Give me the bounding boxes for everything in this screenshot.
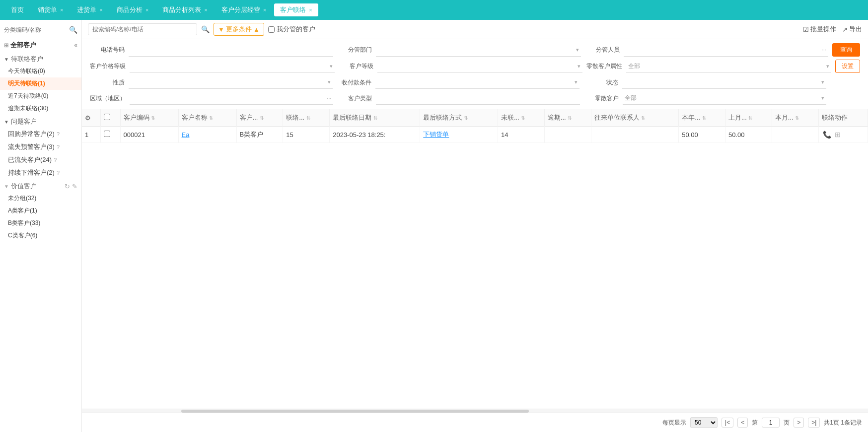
sidebar-item-overdue[interactable]: 逾期未联络(30) xyxy=(0,102,81,115)
nav-customer-tier-close-icon[interactable]: × xyxy=(263,7,266,13)
filter-customer-tier-input[interactable] xyxy=(377,60,582,73)
filter-manager-input[interactable] xyxy=(624,44,828,57)
settings-button[interactable]: 设置 xyxy=(835,60,860,73)
more-conditions-btn[interactable]: ▼ 更多条件 ▲ xyxy=(214,23,264,36)
filter-nature-input[interactable] xyxy=(129,76,333,89)
sidebar-search-wrap: 🔍 xyxy=(0,24,81,36)
select-all-checkbox[interactable] xyxy=(104,114,110,120)
col-uncontacted[interactable]: 未联... ⇅ xyxy=(498,109,544,127)
my-customers-checkbox-wrap[interactable]: 我分管的客户 xyxy=(268,25,315,34)
nav-sales[interactable]: 销货单 × xyxy=(32,3,69,16)
edit-icon[interactable]: ✎ xyxy=(72,183,77,190)
filter-label-customer-tier: 客户等级 xyxy=(339,62,373,71)
row-select-checkbox[interactable] xyxy=(104,131,110,137)
sort-icon-month: ⇅ xyxy=(795,115,799,121)
filter-status-input[interactable] xyxy=(622,76,826,89)
nav-customer-tier[interactable]: 客户分层经营 × xyxy=(216,3,272,16)
nav-sales-close-icon[interactable]: × xyxy=(60,7,63,13)
col-contact-person[interactable]: 往来单位联系人 ⇅ xyxy=(591,109,679,127)
info-icon2: ? xyxy=(57,144,60,150)
table-footer: 每页显示 50 100 200 |< < 第 页 > >| 共1页 1条记录 xyxy=(82,413,868,432)
sidebar-value-section: ▼ 价值客户 ↻ ✎ xyxy=(0,179,81,192)
refresh-icon[interactable]: ↻ xyxy=(65,183,70,190)
horizontal-scrollbar[interactable] xyxy=(82,409,868,413)
sidebar-item-tomorrow[interactable]: 明天待联络(1) xyxy=(0,77,81,90)
nav-product-analysis[interactable]: 商品分析 × xyxy=(111,3,154,16)
sort-icon-uncontacted: ⇅ xyxy=(521,115,525,121)
row-last-method[interactable]: 下销货单 xyxy=(420,127,498,143)
row-name[interactable]: Ea xyxy=(178,127,236,143)
nav-product-analysis-list[interactable]: 商品分析列表 × xyxy=(156,3,213,16)
scrollbar-thumb[interactable] xyxy=(181,410,529,413)
last-page-btn[interactable]: >| xyxy=(808,418,820,428)
sidebar-item-churn-warning[interactable]: 流失预警客户(3) ? xyxy=(0,141,81,153)
filter-region-input[interactable] xyxy=(130,92,333,105)
search-input[interactable] xyxy=(88,23,197,35)
col-last-date[interactable]: 最后联络日期 ⇅ xyxy=(330,109,420,127)
sidebar-item-today[interactable]: 今天待联络(0) xyxy=(0,65,81,77)
col-settings[interactable]: ⚙ xyxy=(82,109,100,127)
content-area: 🔍 ▼ 更多条件 ▲ 我分管的客户 ☑ 批量操作 ↗ 导出 xyxy=(82,20,868,432)
nav-customer-contact-close-icon[interactable]: × xyxy=(309,7,312,13)
collapse-icon[interactable]: « xyxy=(74,42,77,49)
more-action-icon[interactable]: ⊞ xyxy=(835,131,841,139)
my-customers-checkbox[interactable] xyxy=(268,26,275,33)
contact-icon[interactable]: 📞 xyxy=(823,131,831,139)
filter-customer-type-input[interactable] xyxy=(376,92,579,105)
col-last-method[interactable]: 最后联络方式 ⇅ xyxy=(420,109,498,127)
sidebar-item-class-c[interactable]: C类客户(6) xyxy=(0,229,81,242)
sidebar-item-declining[interactable]: 持续下滑客户(2) ? xyxy=(0,166,81,179)
info-icon: ? xyxy=(57,131,60,137)
sidebar-item-churned[interactable]: 已流失客户(24) ? xyxy=(0,153,81,166)
next-page-btn[interactable]: > xyxy=(794,418,804,428)
sidebar-all-customers[interactable]: ⊞ 全部客户 « xyxy=(0,38,81,52)
row-this-month xyxy=(772,127,818,143)
first-page-btn[interactable]: |< xyxy=(722,418,733,428)
sidebar-item-class-a[interactable]: A类客户(1) xyxy=(0,205,81,217)
nav-purchase-close-icon[interactable]: × xyxy=(99,7,102,13)
triangle-icon: ▼ xyxy=(4,57,9,62)
col-code[interactable]: 客户编码 ⇅ xyxy=(120,109,178,127)
col-last-month[interactable]: 上月... ⇅ xyxy=(725,109,772,127)
nav-product-analysis-close-icon[interactable]: × xyxy=(145,7,148,13)
row-action[interactable]: 📞 ⊞ xyxy=(818,127,868,143)
sidebar-search-icon[interactable]: 🔍 xyxy=(69,26,77,34)
sidebar-item-repurchase[interactable]: 回购异常客户(2) ? xyxy=(0,128,81,141)
filter-retail-attr-input[interactable]: 全部 xyxy=(626,60,831,73)
page-number-input[interactable] xyxy=(762,418,780,428)
filter-bar: 🔍 ▼ 更多条件 ▲ 我分管的客户 ☑ 批量操作 ↗ 导出 xyxy=(82,20,868,39)
filter-price-tier-input[interactable] xyxy=(130,60,335,73)
col-name[interactable]: 客户名称 ⇅ xyxy=(178,109,236,127)
nav-customer-contact[interactable]: 客户联络 × xyxy=(274,3,318,16)
col-contact-count[interactable]: 联络... ⇅ xyxy=(283,109,330,127)
per-page-select[interactable]: 50 100 200 xyxy=(690,417,718,428)
sort-icon-name: ⇅ xyxy=(209,115,213,121)
sidebar-item-week[interactable]: 近7天待联络(0) xyxy=(0,90,81,102)
export-btn[interactable]: ↗ 导出 xyxy=(842,25,862,34)
nav-product-list-close-icon[interactable]: × xyxy=(204,7,207,13)
search-submit-icon[interactable]: 🔍 xyxy=(201,25,210,33)
page-label: 第 xyxy=(752,419,758,427)
chevron-up-icon: ▲ xyxy=(253,26,260,33)
row-checkbox[interactable] xyxy=(100,127,120,143)
settings-icon[interactable]: ⚙ xyxy=(85,114,91,122)
nav-home[interactable]: 首页 xyxy=(5,3,30,16)
query-button[interactable]: 查询 xyxy=(832,43,860,57)
col-overdue[interactable]: 逾期... ⇅ xyxy=(544,109,591,127)
total-records: 共1页 1条记录 xyxy=(824,419,862,427)
filter-retail-customer-input[interactable]: 全部 xyxy=(623,92,826,105)
col-this-year[interactable]: 本年... ⇅ xyxy=(679,109,725,127)
nav-purchase[interactable]: 进货单 × xyxy=(71,3,108,16)
filter-dept-input[interactable] xyxy=(376,44,580,57)
sidebar-item-ungrouped[interactable]: 未分组(32) xyxy=(0,192,81,205)
table-body: 1 000021 Ea B类客户 15 2023-05-23 18:25: 下销… xyxy=(82,127,868,143)
col-this-month[interactable]: 本月... ⇅ xyxy=(772,109,818,127)
filter-phone-input[interactable] xyxy=(129,44,333,57)
col-checkbox[interactable] xyxy=(100,109,120,127)
filter-payment-input[interactable] xyxy=(375,76,579,89)
sidebar-search-input[interactable] xyxy=(4,26,69,33)
prev-page-btn[interactable]: < xyxy=(737,418,748,428)
batch-op-btn[interactable]: ☑ 批量操作 xyxy=(803,25,836,34)
col-type[interactable]: 客户... ⇅ xyxy=(236,109,283,127)
sidebar-item-class-b[interactable]: B类客户(33) xyxy=(0,217,81,229)
